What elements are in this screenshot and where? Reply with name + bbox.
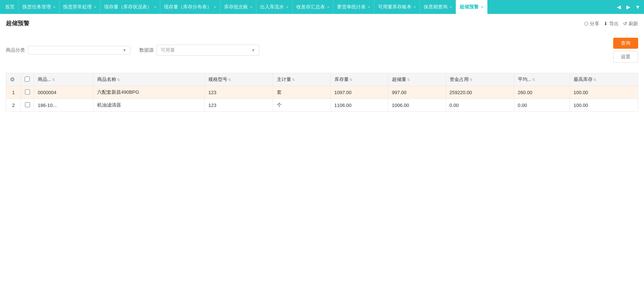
row-checkbox-cell — [21, 99, 34, 112]
nav-close-10[interactable]: × — [450, 5, 452, 9]
nav-close-2[interactable]: × — [94, 5, 96, 9]
page-header: 超储预警 ⬡ 分享 ⬇ 导出 ↺ 刷新 — [6, 20, 638, 27]
nav-close-9[interactable]: × — [414, 5, 416, 9]
row-max-stock: 100.00 — [570, 99, 638, 112]
nav-item-4[interactable]: 现存量（库存分布表）× — [160, 0, 220, 14]
share-button[interactable]: ⬡ 分享 — [584, 21, 599, 27]
nav-close-11[interactable]: × — [481, 5, 483, 9]
row-product-name: 机油滤清器 — [94, 99, 205, 112]
row-num: 1 — [6, 86, 21, 99]
row-stock: 1097.00 — [330, 86, 388, 99]
nav-more-btn[interactable]: ▼ — [633, 0, 643, 14]
sort-icon: ⇅ — [292, 78, 295, 82]
row-stock: 1106.00 — [330, 99, 388, 112]
filter-buttons: 查询 设置 — [613, 38, 638, 63]
header-actions: ⬡ 分享 ⬇ 导出 ↺ 刷新 — [584, 21, 638, 27]
sort-icon: ⇅ — [52, 78, 55, 82]
datasource-select[interactable]: 可用量 ▼ — [157, 45, 259, 56]
top-nav: 首页拣货任务管理×拣货异常处理×现存量（库存状况表）×现存量（库存分布表）×库存… — [0, 0, 644, 14]
row-spec: 123 — [205, 99, 273, 112]
share-label: 分享 — [590, 21, 599, 27]
sort-icon: ⇅ — [407, 78, 410, 82]
category-filter: 商品分类 ▼ — [6, 46, 131, 55]
sort-icon: ⇅ — [350, 78, 352, 82]
table-row: 1 0000004 六配套新昌490BPG 123 套 1097.00 997.… — [6, 86, 638, 99]
row-product-code: 0000004 — [34, 86, 94, 99]
th-capital: 资金占用⇅ — [446, 73, 514, 86]
nav-item-8[interactable]: 要货单统计表× — [333, 0, 374, 14]
th-settings: ⚙ — [6, 73, 21, 86]
row-unit: 个 — [273, 99, 330, 112]
th-product-code: 商品...⇅ — [34, 73, 94, 86]
sort-icon: ⇅ — [117, 78, 120, 82]
refresh-icon: ↺ — [623, 21, 627, 26]
nav-next-btn[interactable]: ▶ — [623, 0, 633, 14]
row-overstock: 1006.00 — [388, 99, 446, 112]
page-title: 超储预警 — [6, 20, 29, 27]
row-capital: 259220.00 — [446, 86, 514, 99]
nav-close-1[interactable]: × — [53, 5, 55, 9]
nav-item-10[interactable]: 保质期查询× — [420, 0, 456, 14]
nav-item-11[interactable]: 超储预警× — [456, 0, 487, 14]
th-checkbox — [21, 73, 34, 86]
row-max-stock: 100.00 — [570, 86, 638, 99]
settings-button[interactable]: 设置 — [613, 51, 638, 63]
sort-icon: ⇅ — [593, 78, 596, 82]
nav-item-7[interactable]: 收发存汇总表× — [293, 0, 333, 14]
nav-close-6[interactable]: × — [286, 5, 288, 9]
refresh-button[interactable]: ↺ 刷新 — [623, 21, 638, 27]
query-button[interactable]: 查询 — [613, 38, 638, 49]
datasource-select-text: 可用量 — [161, 47, 175, 53]
th-spec: 规格型号⇅ — [205, 73, 273, 86]
nav-item-2[interactable]: 拣货异常处理× — [59, 0, 100, 14]
row-checkbox-0[interactable] — [25, 89, 30, 94]
th-unit: 主计量⇅ — [273, 73, 330, 86]
row-num: 2 — [6, 99, 21, 112]
sort-icon: ⇅ — [469, 78, 472, 82]
table-row: 2 186-10... 机油滤清器 123 个 1106.00 1006.00 … — [6, 99, 638, 112]
row-checkbox-cell — [21, 86, 34, 99]
nav-item-5[interactable]: 库存批次账× — [220, 0, 256, 14]
th-product-name: 商品名称⇅ — [94, 73, 205, 86]
th-max-stock: 最高库存⇅ — [570, 73, 638, 86]
share-icon: ⬡ — [584, 21, 588, 26]
sort-icon: ⇅ — [228, 78, 231, 82]
datasource-chevron-icon: ▼ — [251, 48, 255, 52]
nav-close-5[interactable]: × — [250, 5, 252, 9]
nav-item-9[interactable]: 可用量库存账本× — [374, 0, 420, 14]
row-product-name: 六配套新昌490BPG — [94, 86, 205, 99]
nav-close-3[interactable]: × — [154, 5, 156, 9]
refresh-label: 刷新 — [629, 21, 638, 27]
nav-prev-btn[interactable]: ◀ — [614, 0, 623, 14]
nav-item-1[interactable]: 拣货任务管理× — [19, 0, 59, 14]
th-stock: 库存量⇅ — [330, 73, 388, 86]
select-all-checkbox[interactable] — [25, 77, 30, 82]
nav-item-6[interactable]: 出入库流水× — [256, 0, 292, 14]
export-icon: ⬇ — [604, 21, 608, 26]
row-product-code: 186-10... — [34, 99, 94, 112]
row-avg: 260.00 — [514, 86, 570, 99]
nav-close-4[interactable]: × — [214, 5, 216, 9]
nav-close-7[interactable]: × — [327, 5, 329, 9]
row-avg: 0.00 — [514, 99, 570, 112]
export-label: 导出 — [609, 21, 619, 27]
th-avg: 平均...⇅ — [514, 73, 570, 86]
datasource-label: 数据源 — [139, 47, 154, 53]
nav-close-8[interactable]: × — [368, 5, 370, 9]
export-button[interactable]: ⬇ 导出 — [604, 21, 619, 27]
row-capital: 0.00 — [446, 99, 514, 112]
category-label: 商品分类 — [6, 47, 25, 53]
row-overstock: 997.00 — [388, 86, 446, 99]
main-content: 超储预警 ⬡ 分享 ⬇ 导出 ↺ 刷新 商品分类 ▼ 数据源 — [0, 14, 644, 293]
datasource-filter: 数据源 可用量 ▼ — [139, 45, 259, 56]
row-checkbox-1[interactable] — [25, 102, 30, 107]
category-select[interactable]: ▼ — [28, 46, 131, 55]
nav-item-3[interactable]: 现存量（库存状况表）× — [100, 0, 160, 14]
data-table: ⚙ 商品...⇅ 商品名称⇅ 规格型号⇅ 主计量⇅ 库存量⇅ 超储量⇅ 资金占用… — [6, 73, 638, 112]
table-settings-icon[interactable]: ⚙ — [10, 76, 15, 83]
sort-icon: ⇅ — [532, 78, 535, 82]
table-header-row: ⚙ 商品...⇅ 商品名称⇅ 规格型号⇅ 主计量⇅ 库存量⇅ 超储量⇅ 资金占用… — [6, 73, 638, 86]
row-unit: 套 — [273, 86, 330, 99]
row-spec: 123 — [205, 86, 273, 99]
nav-item-0[interactable]: 首页 — [1, 0, 19, 14]
